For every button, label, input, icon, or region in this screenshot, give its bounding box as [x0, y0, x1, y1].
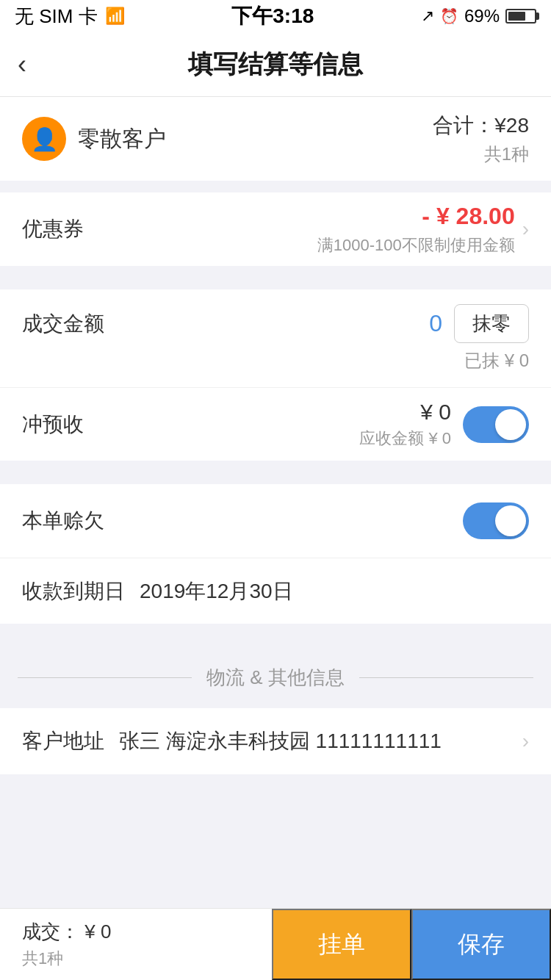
coupon-right: - ¥ 28.00 满1000-100不限制使用金额 › — [317, 203, 529, 256]
duedate-value[interactable]: 2019年12月30日 — [140, 577, 293, 605]
bottom-count: 共1种 — [22, 948, 250, 970]
customer-section: 👤 零散客户 合计：¥28 共1种 — [0, 97, 551, 181]
chevron-right-icon: › — [522, 217, 529, 241]
duedate-label: 收款到期日 — [22, 577, 125, 605]
bottom-info: 成交： ¥ 0 共1种 — [0, 909, 272, 980]
coupon-label: 优惠券 — [22, 215, 84, 243]
status-left: 无 SIM 卡 📶 — [15, 4, 125, 29]
transaction-section: 成交金额 0 抹零 已抹 ¥ 0 冲预收 ¥ 0 应收金额 ¥ 0 — [0, 289, 551, 461]
debt-toggle[interactable] — [463, 502, 529, 539]
customer-name: 零散客户 — [78, 124, 166, 154]
battery-percent: 69% — [464, 6, 500, 26]
divider-4 — [0, 635, 551, 647]
coupon-section: 优惠券 - ¥ 28.00 满1000-100不限制使用金额 › — [0, 192, 551, 266]
divider-3 — [0, 472, 551, 484]
divider-1 — [0, 181, 551, 192]
prepayment-toggle[interactable] — [463, 406, 529, 443]
battery-fill — [508, 12, 525, 21]
bottom-trans-label: 成交： — [22, 920, 79, 943]
carrier-label: 无 SIM 卡 — [15, 4, 98, 29]
duedate-row: 收款到期日 2019年12月30日 — [0, 558, 551, 624]
address-label: 客户地址 — [22, 727, 104, 755]
trans-right: 0 抹零 — [429, 304, 529, 343]
status-bar: 无 SIM 卡 📶 下午3:18 ↗ ⏰ 69% — [0, 0, 551, 32]
total-count: 共1种 — [433, 143, 529, 166]
avatar: 👤 — [22, 117, 66, 161]
status-right: ↗ ⏰ 69% — [421, 6, 536, 26]
logistics-header: 物流 & 其他信息 — [0, 647, 551, 708]
address-chevron-icon: › — [522, 729, 529, 753]
debt-row: 本单赊欠 — [0, 484, 551, 558]
prepayment-sub: 应收金额 ¥ 0 — [359, 428, 451, 450]
trans-sub: 已抹 ¥ 0 — [22, 349, 529, 372]
prepayment-label: 冲预收 — [22, 411, 84, 439]
alarm-icon: ⏰ — [440, 7, 458, 25]
coupon-amount: - ¥ 28.00 — [317, 203, 515, 230]
customer-row: 👤 零散客户 合计：¥28 共1种 — [0, 97, 551, 181]
hang-button[interactable]: 挂单 — [272, 909, 411, 980]
status-time: 下午3:18 — [231, 2, 314, 30]
prepayment-amounts: ¥ 0 应收金额 ¥ 0 — [359, 400, 451, 450]
prepayment-row: 冲预收 ¥ 0 应收金额 ¥ 0 — [0, 387, 551, 461]
logistics-line-right — [359, 677, 533, 678]
debt-section: 本单赊欠 收款到期日 2019年12月30日 — [0, 484, 551, 624]
logistics-line-left — [18, 677, 192, 678]
logistics-label: 物流 & 其他信息 — [206, 665, 345, 691]
nav-bar: ‹ 填写结算等信息 — [0, 32, 551, 97]
trans-top: 成交金额 0 抹零 — [22, 304, 529, 343]
bottom-bar: 成交： ¥ 0 共1种 挂单 保存 — [0, 908, 551, 980]
debt-toggle-knob — [495, 505, 526, 536]
save-button[interactable]: 保存 — [411, 909, 551, 980]
coupon-desc: 满1000-100不限制使用金额 — [317, 234, 515, 256]
trans-amount-row: 成交金额 0 抹零 已抹 ¥ 0 — [0, 289, 551, 387]
prepayment-amount: ¥ 0 — [359, 400, 451, 425]
address-value: 张三 海淀永丰科技园 11111111111 — [119, 727, 522, 755]
total-amount: 合计：¥28 — [433, 112, 529, 140]
address-row[interactable]: 客户地址 张三 海淀永丰科技园 11111111111 › — [0, 708, 551, 774]
trans-label: 成交金额 — [22, 310, 104, 338]
divider-2 — [0, 278, 551, 289]
trans-amount[interactable]: 0 — [429, 310, 442, 337]
battery-icon — [505, 9, 536, 24]
round-button[interactable]: 抹零 — [454, 304, 529, 343]
wifi-icon: 📶 — [105, 7, 125, 26]
debt-label: 本单赊欠 — [22, 507, 104, 535]
location-icon: ↗ — [421, 7, 434, 26]
page-title: 填写结算等信息 — [188, 48, 363, 82]
bottom-trans: 成交： ¥ 0 — [22, 919, 250, 945]
toggle-knob — [495, 409, 526, 440]
address-section: 客户地址 张三 海淀永丰科技园 11111111111 › — [0, 708, 551, 774]
coupon-row[interactable]: 优惠券 - ¥ 28.00 满1000-100不限制使用金额 › — [0, 192, 551, 266]
coupon-value-block: - ¥ 28.00 满1000-100不限制使用金额 — [317, 203, 515, 256]
avatar-icon: 👤 — [31, 126, 58, 152]
customer-info: 👤 零散客户 — [22, 117, 166, 161]
bottom-trans-amount: ¥ 0 — [84, 920, 111, 943]
back-button[interactable]: ‹ — [18, 49, 26, 80]
prepayment-right: ¥ 0 应收金额 ¥ 0 — [359, 400, 529, 450]
customer-total: 合计：¥28 共1种 — [433, 112, 529, 166]
